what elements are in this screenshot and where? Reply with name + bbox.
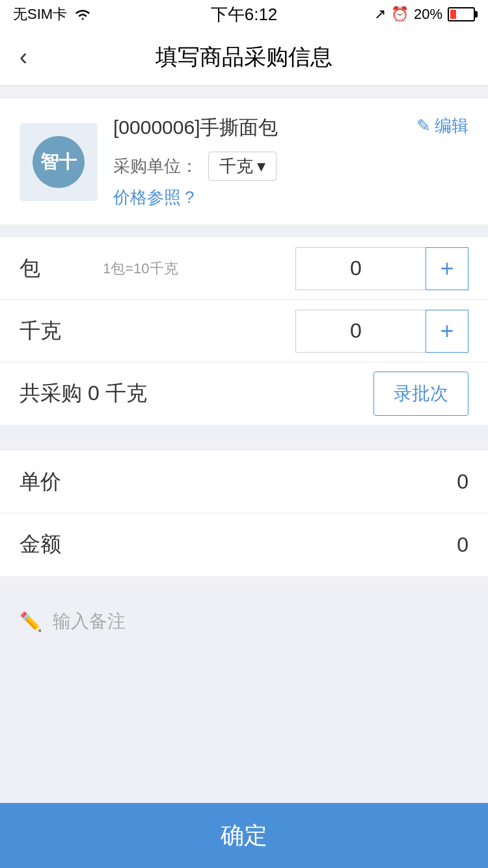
quantity-plus-bao[interactable]: + [426,247,468,290]
product-name: [0000006]手撕面包 [113,115,468,141]
quantity-input-bao[interactable] [295,247,426,290]
unit-select[interactable]: 千克 ▾ [208,152,277,181]
record-batch-button[interactable]: 录批次 [373,372,468,416]
page-title: 填写商品采购信息 [156,42,332,72]
price-ref-label: 价格参照 [113,186,181,209]
nav-bar: ‹ 填写商品采购信息 [0,29,488,86]
quantity-label-kg: 千克 [20,317,98,346]
unit-price-row: 单价 0 [0,451,488,513]
total-label: 共采购 0 千克 [20,379,147,408]
amount-label: 金额 [20,530,61,559]
quantity-row-kg: 千克 + [0,300,488,362]
unit-value: 千克 [219,155,253,178]
location-icon: ↗ [374,6,386,23]
quantity-input-wrap-kg: + [295,310,468,353]
status-time: 下午6:12 [211,3,278,26]
carrier-text: 无SIM卡 [13,5,67,24]
total-row: 共采购 0 千克 录批次 [0,362,488,425]
unit-price-value: 0 [457,470,468,494]
quantity-label-bao: 包 [20,254,98,283]
note-placeholder: 输入备注 [53,609,126,634]
product-info: [0000006]手撕面包 采购单位： 千克 ▾ 价格参照 ? [113,115,468,209]
note-section[interactable]: ✏️ 输入备注 [0,589,488,654]
quantity-section: 包 1包=10千克 + 千克 + [0,237,488,362]
divider-2 [0,425,488,438]
battery-percent: 20% [414,6,442,23]
price-ref-button[interactable]: 价格参照 ? [113,186,468,209]
quantity-sub-bao: 1包=10千克 [103,259,178,278]
status-right: ↗ ⏰ 20% [374,6,475,23]
alarm-icon: ⏰ [391,6,409,23]
content-spacer [0,654,488,810]
pencil-icon: ✏️ [20,611,42,632]
quantity-input-kg[interactable] [295,310,426,353]
quantity-input-wrap-bao: + [295,247,468,290]
info-icon: ? [185,187,194,208]
edit-button[interactable]: ✎ 编辑 [416,115,468,137]
product-meta: 采购单位： 千克 ▾ [113,152,468,181]
edit-label: 编辑 [435,115,468,137]
quantity-row-bao: 包 1包=10千克 + [0,237,488,300]
product-logo: 智十 [33,136,85,188]
quantity-plus-kg[interactable]: + [426,310,468,353]
confirm-bar[interactable]: 确定 [0,803,488,868]
amount-value: 0 [457,533,468,557]
unit-price-label: 单价 [20,468,61,496]
battery-icon [448,7,475,21]
status-bar: 无SIM卡 下午6:12 ↗ ⏰ 20% [0,0,488,29]
amount-row: 金额 0 [0,513,488,576]
logo-text: 智十 [40,150,77,174]
product-card: 智十 [0000006]手撕面包 采购单位： 千克 ▾ 价格参照 ? ✎ 编辑 [0,99,488,224]
wifi-icon [74,7,92,21]
chevron-down-icon: ▾ [257,156,265,176]
price-section: 单价 0 金额 0 [0,451,488,576]
confirm-label: 确定 [221,820,267,852]
edit-icon: ✎ [416,116,431,136]
unit-label: 采购单位： [113,155,198,178]
product-image: 智十 [20,123,98,201]
divider-1 [0,224,488,237]
status-carrier: 无SIM卡 [13,5,92,24]
back-button[interactable]: ‹ [20,44,27,71]
